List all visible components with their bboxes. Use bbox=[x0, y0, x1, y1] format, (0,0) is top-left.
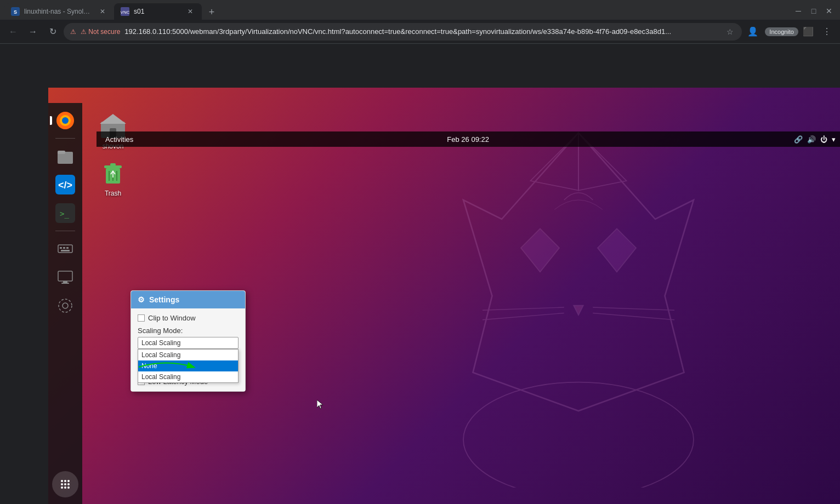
extensions-button[interactable]: ⬛ bbox=[799, 23, 817, 41]
svg-point-14 bbox=[463, 382, 694, 488]
svg-rect-26 bbox=[63, 247, 65, 249]
dock-item-settings[interactable] bbox=[52, 293, 78, 319]
svg-rect-29 bbox=[58, 271, 72, 281]
svg-point-38 bbox=[64, 483, 66, 485]
mouse-cursor bbox=[317, 400, 323, 410]
files-icon bbox=[55, 146, 75, 166]
svg-point-40 bbox=[61, 486, 63, 489]
svg-point-36 bbox=[67, 480, 70, 482]
system-tray: 🔗 🔊 ⏻ ▾ bbox=[794, 135, 840, 144]
address-bar: ← → ↻ ⚠ ⚠ Not secure 192.168.0.110:5000/… bbox=[0, 20, 840, 44]
clip-to-window-checkbox[interactable] bbox=[138, 314, 145, 322]
svg-point-33 bbox=[59, 299, 72, 312]
svg-rect-31 bbox=[61, 283, 69, 284]
apps-grid-icon bbox=[60, 479, 71, 490]
settings-body: Clip to Window Scaling Mode: Local Scali… bbox=[131, 308, 245, 391]
svg-marker-7 bbox=[574, 306, 583, 316]
synology-favicon: S bbox=[11, 7, 20, 16]
settings-header: ⚙ Settings bbox=[131, 291, 245, 308]
gnome-dock: </> >_ bbox=[48, 103, 82, 504]
reload-button[interactable]: ↻ bbox=[44, 23, 61, 41]
s01-favicon: VNC bbox=[121, 7, 129, 16]
trash-icon-label: Trash bbox=[105, 190, 121, 197]
tab-bar: S linuxhint-nas - Synology NAS ✕ VNC s01… bbox=[0, 0, 840, 20]
svg-line-11 bbox=[593, 313, 674, 320]
dock-item-terminal[interactable]: >_ bbox=[52, 200, 78, 226]
dock-item-files[interactable] bbox=[52, 143, 78, 169]
minimize-button[interactable]: ─ bbox=[792, 4, 805, 18]
settings-panel: ⚙ Settings Clip to Window Scaling Mode: … bbox=[130, 290, 246, 392]
activities-button[interactable]: Activities bbox=[97, 131, 142, 147]
ubuntu-desktop[interactable]: Activities Feb 26 09:22 🔗 🔊 ⏻ ▾ bbox=[48, 88, 840, 504]
browser-frame: S linuxhint-nas - Synology NAS ✕ VNC s01… bbox=[0, 0, 840, 504]
svg-point-42 bbox=[67, 486, 70, 489]
clock: Feb 26 09:22 bbox=[142, 135, 794, 144]
incognito-badge: Incognito bbox=[765, 27, 798, 36]
tab-s01-close[interactable]: ✕ bbox=[185, 7, 195, 16]
scaling-mode-value: Local Scaling bbox=[141, 339, 180, 347]
dock-apps-grid-button[interactable] bbox=[52, 471, 78, 497]
firefox-icon bbox=[55, 111, 75, 130]
svg-point-37 bbox=[61, 483, 63, 485]
volume-icon[interactable]: 🔊 bbox=[807, 135, 816, 144]
dock-item-firefox[interactable] bbox=[52, 107, 78, 134]
scaling-mode-label: Scaling Mode: bbox=[138, 327, 239, 335]
security-warning-icon: ⚠ bbox=[70, 28, 76, 36]
svg-point-34 bbox=[61, 480, 63, 482]
svg-text:</>: </> bbox=[58, 180, 72, 191]
svg-text:VNC: VNC bbox=[121, 10, 129, 15]
svg-line-9 bbox=[483, 313, 564, 320]
dock-item-vscode[interactable]: </> bbox=[52, 171, 78, 198]
desktop-icon-trash[interactable]: Trash bbox=[91, 159, 135, 197]
svg-line-10 bbox=[593, 307, 674, 310]
scaling-mode-button[interactable]: Local Scaling bbox=[138, 337, 239, 349]
right-toolbar: 👤 Incognito ⬛ ⋮ bbox=[744, 23, 836, 41]
forward-button[interactable]: → bbox=[24, 23, 42, 41]
trash-icon bbox=[99, 159, 127, 187]
clip-to-window-label: Clip to Window bbox=[148, 314, 196, 322]
svg-text:S: S bbox=[14, 9, 17, 15]
power-icon[interactable]: ⏻ bbox=[820, 135, 827, 144]
close-button[interactable]: ✕ bbox=[822, 4, 836, 18]
profile-button[interactable]: 👤 bbox=[744, 23, 762, 41]
svg-point-32 bbox=[63, 303, 68, 308]
svg-point-39 bbox=[67, 483, 70, 485]
svg-text:>_: >_ bbox=[60, 209, 69, 219]
tab-synology-title: linuxhint-nas - Synology NAS bbox=[24, 8, 93, 15]
option-local-scaling-1[interactable]: Local Scaling bbox=[138, 350, 238, 360]
dock-separator-2 bbox=[55, 231, 75, 231]
settings-gear-icon: ⚙ bbox=[138, 295, 145, 304]
network-icon[interactable]: 🔗 bbox=[794, 135, 803, 144]
back-button[interactable]: ← bbox=[4, 23, 22, 41]
svg-rect-30 bbox=[63, 281, 67, 283]
monitor-icon bbox=[57, 269, 73, 285]
dock-item-monitor[interactable] bbox=[52, 264, 78, 290]
svg-point-41 bbox=[64, 486, 66, 489]
keyboard-icon bbox=[57, 240, 73, 257]
svg-rect-27 bbox=[66, 247, 69, 249]
tab-s01[interactable]: VNC s01 ✕ bbox=[114, 3, 202, 20]
tab-synology-close[interactable]: ✕ bbox=[98, 7, 107, 16]
url-bar[interactable]: ⚠ ⚠ Not secure 192.168.0.110:5000/webman… bbox=[64, 23, 742, 41]
option-local-scaling-2[interactable]: Local Scaling bbox=[138, 371, 238, 382]
dock-item-keyboard[interactable] bbox=[52, 236, 78, 262]
maximize-button[interactable]: □ bbox=[807, 4, 820, 18]
tray-arrow[interactable]: ▾ bbox=[832, 135, 836, 144]
cat-artwork bbox=[387, 104, 770, 488]
new-tab-button[interactable]: + bbox=[204, 4, 219, 20]
svg-rect-28 bbox=[61, 250, 70, 251]
option-none[interactable]: None bbox=[138, 360, 238, 371]
bookmark-icon[interactable]: ☆ bbox=[724, 26, 735, 37]
tab-synology[interactable]: S linuxhint-nas - Synology NAS ✕ bbox=[4, 3, 114, 20]
svg-rect-48 bbox=[110, 163, 116, 166]
menu-button[interactable]: ⋮ bbox=[818, 23, 836, 41]
not-secure-label: ⚠ Not secure bbox=[81, 28, 120, 36]
clip-to-window-row: Clip to Window bbox=[138, 314, 239, 322]
url-text: 192.168.0.110:5000/webman/3rdparty/Virtu… bbox=[124, 27, 720, 36]
dock-separator-1 bbox=[55, 138, 75, 139]
settings-gear-icon bbox=[57, 297, 73, 314]
content-area: Activities Feb 26 09:22 🔗 🔊 ⏻ ▾ bbox=[0, 44, 840, 504]
svg-point-35 bbox=[64, 480, 66, 482]
vscode-icon: </> bbox=[55, 175, 75, 194]
desktop-icons: shovon bbox=[82, 103, 144, 215]
